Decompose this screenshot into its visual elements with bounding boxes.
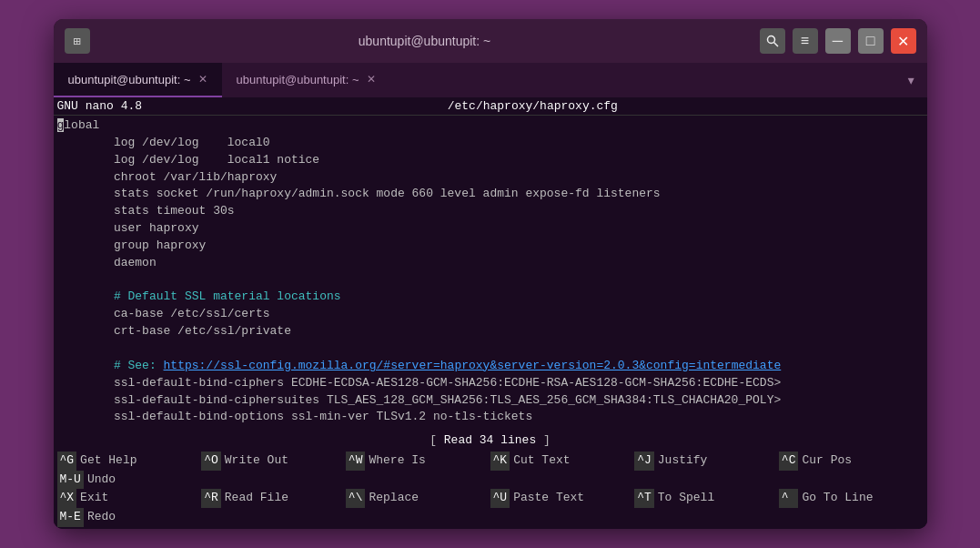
shortcut-label-undo: Undo <box>87 471 116 490</box>
tabbar: ubuntupit@ubuntupit: ~ ✕ ubuntupit@ubunt… <box>54 63 927 97</box>
search-button[interactable] <box>760 28 785 54</box>
shortcut-key-cut-text: ^K <box>490 452 510 471</box>
shortcut-key-read-file: ^R <box>201 489 221 508</box>
shortcut-label-write-out: Write Out <box>225 452 288 471</box>
shortcut-key-write-out: ^O <box>201 452 221 471</box>
shortcut-key-justify: ^J <box>634 452 654 471</box>
line-6: stats timeout 30s <box>57 203 924 220</box>
terminal-window: ⊞ ubuntupit@ubuntupit: ~ ≡ ─ □ ✕ <box>54 19 927 529</box>
window-title: ubuntupit@ubuntupit: ~ <box>90 34 760 48</box>
bracket-left: [ <box>429 433 444 447</box>
line-12: ca-base /etc/ssl/certs <box>57 306 924 323</box>
line-14 <box>57 340 924 358</box>
new-tab-button[interactable]: ▾ <box>895 63 927 97</box>
line-15: # See: https://ssl-config.mozilla.org/#s… <box>57 358 924 375</box>
titlebar-controls: ≡ ─ □ ✕ <box>760 28 916 54</box>
nano-header: GNU nano 4.8 /etc/haproxy/haproxy.cfg <box>54 97 927 116</box>
minimize-icon: ─ <box>833 33 843 49</box>
shortcut-key-where-is: ^W <box>346 452 366 471</box>
shortcut-label-go-to-line: Go To Line <box>802 489 873 508</box>
titlebar: ⊞ ubuntupit@ubuntupit: ~ ≡ ─ □ ✕ <box>54 19 927 63</box>
status-bar: [ Read 34 lines ] <box>54 431 927 450</box>
svg-point-0 <box>767 36 774 44</box>
menu-button[interactable]: ≡ <box>793 28 818 54</box>
shortcut-go-to-line: ^ Go To Line <box>779 489 924 508</box>
editor-content[interactable]: global log /dev/log local0 log /dev/log … <box>54 116 927 431</box>
shortcut-key-cur-pos: ^C <box>779 452 799 471</box>
tab-2[interactable]: ubuntupit@ubuntupit: ~ ✕ <box>222 63 390 97</box>
tab-2-label: ubuntupit@ubuntupit: ~ <box>237 73 359 86</box>
close-button[interactable]: ✕ <box>891 28 916 54</box>
line-13: crt-base /etc/ssl/private <box>57 323 924 340</box>
shortcut-label-cut-text: Cut Text <box>513 452 570 471</box>
shortcut-exit: ^X Exit <box>57 489 202 508</box>
shortcut-cur-pos: ^C Cur Pos <box>779 452 924 471</box>
nano-filename: /etc/haproxy/haproxy.cfg <box>142 99 923 113</box>
shortcut-label-paste-text: Paste Text <box>513 489 584 508</box>
close-icon: ✕ <box>897 33 909 50</box>
shortcut-to-spell: ^T To Spell <box>634 489 779 508</box>
line-4: chroot /var/lib/haproxy <box>57 169 924 187</box>
svg-line-1 <box>773 43 778 47</box>
shortcut-read-file: ^R Read File <box>201 489 346 508</box>
shortcut-label-justify: Justify <box>658 452 708 471</box>
shortcut-row-1: ^G Get Help ^O Write Out ^W Where Is ^K … <box>57 452 924 490</box>
shortcut-write-out: ^O Write Out <box>201 452 346 471</box>
shortcut-bar: ^G Get Help ^O Write Out ^W Where Is ^K … <box>54 450 927 529</box>
line-1: global <box>57 117 924 135</box>
shortcut-label-to-spell: To Spell <box>658 489 714 508</box>
line-16: ssl-default-bind-ciphers ECDHE-ECDSA-AES… <box>57 375 924 392</box>
shortcut-label-exit: Exit <box>80 489 108 508</box>
line-10 <box>57 272 924 289</box>
shortcut-get-help: ^G Get Help <box>57 452 202 471</box>
line-5: stats socket /run/haproxy/admin.sock mod… <box>57 186 924 203</box>
shortcut-replace: ^\ Replace <box>346 489 490 508</box>
line-3: log /dev/log local1 notice <box>57 152 924 169</box>
shortcut-label-where-is: Where Is <box>369 452 425 471</box>
status-message: [ Read 34 lines ] <box>57 432 924 448</box>
shortcut-label-replace: Replace <box>369 489 419 508</box>
nano-version: GNU nano 4.8 <box>57 99 143 113</box>
shortcut-redo: M-E Redo <box>57 508 924 527</box>
shortcut-key-paste-text: ^U <box>490 489 510 508</box>
maximize-icon: □ <box>866 33 875 49</box>
terminal-area[interactable]: GNU nano 4.8 /etc/haproxy/haproxy.cfg gl… <box>54 97 927 529</box>
shortcut-key-replace: ^\ <box>346 489 366 508</box>
shortcut-key-go-to-line: ^ <box>779 489 799 508</box>
shortcut-key-undo: M-U <box>57 471 84 490</box>
shortcut-row-2: ^X Exit ^R Read File ^\ Replace ^U Paste… <box>57 489 924 527</box>
shortcut-key-exit: ^X <box>57 489 77 508</box>
shortcut-justify: ^J Justify <box>634 452 779 471</box>
bracket-right: ] <box>536 433 551 447</box>
line-8: group haproxy <box>57 238 924 255</box>
line-11: # Default SSL material locations <box>57 289 924 306</box>
line-17: ssl-default-bind-ciphersuites TLS_AES_12… <box>57 392 924 410</box>
line-7: user haproxy <box>57 220 924 238</box>
tab-1-label: ubuntupit@ubuntupit: ~ <box>68 73 191 86</box>
tab-2-close[interactable]: ✕ <box>367 73 376 86</box>
shortcut-label-read-file: Read File <box>225 489 288 508</box>
maximize-button[interactable]: □ <box>858 28 884 54</box>
tab-1-close[interactable]: ✕ <box>198 73 207 86</box>
shortcut-where-is: ^W Where Is <box>346 452 490 471</box>
shortcut-label-cur-pos: Cur Pos <box>802 452 852 471</box>
minimize-button[interactable]: ─ <box>825 28 851 54</box>
shortcut-key-get-help: ^G <box>57 452 77 471</box>
window-icon: ⊞ <box>65 28 90 54</box>
shortcut-undo: M-U Undo <box>57 471 924 490</box>
shortcut-label-redo: Redo <box>87 508 116 527</box>
shortcut-paste-text: ^U Paste Text <box>490 489 635 508</box>
shortcut-cut-text: ^K Cut Text <box>490 452 635 471</box>
line-18: ssl-default-bind-options ssl-min-ver TLS… <box>57 409 924 426</box>
line-9: daemon <box>57 255 924 272</box>
shortcut-key-to-spell: ^T <box>634 489 654 508</box>
menu-icon: ≡ <box>801 33 809 49</box>
titlebar-left: ⊞ <box>65 28 90 54</box>
shortcut-label-get-help: Get Help <box>80 452 136 471</box>
tab-1[interactable]: ubuntupit@ubuntupit: ~ ✕ <box>54 63 222 97</box>
status-text: Read 34 lines <box>444 433 536 447</box>
line-2: log /dev/log local0 <box>57 135 924 152</box>
shortcut-key-redo: M-E <box>57 508 84 527</box>
